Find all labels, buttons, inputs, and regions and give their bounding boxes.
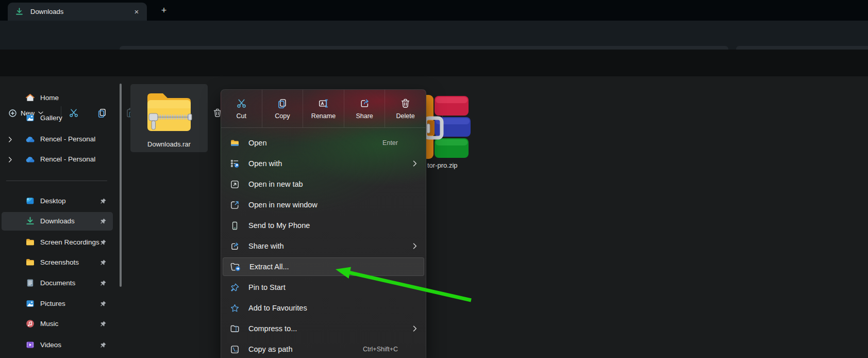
file-explorer-window: Downloads × + ← → ↑ › Downloads › New xyxy=(0,0,868,358)
context-menu-items: Open Enter Open with Open in new tab Ope… xyxy=(221,128,426,358)
quick-action-label: Cut xyxy=(237,112,246,120)
sidebar-item-videos[interactable]: Videos xyxy=(2,336,113,354)
tab-label: Downloads xyxy=(30,8,63,15)
pin-icon xyxy=(99,300,107,307)
sidebar-item-documents[interactable]: Documents xyxy=(2,274,113,292)
quick-action-label: Rename xyxy=(311,112,336,120)
home-icon xyxy=(25,93,35,103)
pin-icon xyxy=(99,320,107,328)
onedrive-icon xyxy=(25,156,35,164)
sidebar-item-gallery[interactable]: Gallery xyxy=(2,109,113,127)
sidebar-item-screen-recordings[interactable]: Screen Recordings xyxy=(2,233,113,252)
sidebar-item-onedrive-2[interactable]: Rencel - Personal xyxy=(2,150,113,169)
documents-icon xyxy=(25,278,35,288)
file-name-partial[interactable]: tor-pro.zip xyxy=(427,161,458,169)
pin-icon xyxy=(99,341,107,349)
sidebar-item-desktop[interactable]: Desktop xyxy=(2,192,113,210)
videos-icon xyxy=(25,340,35,350)
onedrive-icon xyxy=(25,136,35,143)
pin-icon xyxy=(99,259,107,266)
menu-item-add-to-favourites[interactable]: Add to Favourites xyxy=(221,298,426,318)
menu-item-open-with[interactable]: Open with xyxy=(221,153,426,174)
sidebar-item-label: Desktop xyxy=(40,192,66,210)
pin-icon xyxy=(99,218,107,225)
menu-item-pin-to-start[interactable]: Pin to Start xyxy=(221,277,426,298)
menu-item-extract-all[interactable]: Extract All... xyxy=(223,257,424,276)
sidebar-item-label: Rencel - Personal xyxy=(40,130,95,149)
sidebar-item-onedrive-1[interactable]: Rencel - Personal xyxy=(2,130,113,149)
submenu-chevron-icon xyxy=(413,243,417,249)
rename-quick-action[interactable]: Rename xyxy=(303,90,344,127)
menu-item-open-in-new-window[interactable]: Open in new window xyxy=(221,194,426,215)
shortcut-label: Ctrl+Shift+C xyxy=(363,346,398,353)
share-icon xyxy=(359,98,370,109)
share-quick-action[interactable]: Share xyxy=(344,90,386,127)
navigation-bar: ← → ↑ › Downloads › xyxy=(0,21,868,50)
menu-item-share-with[interactable]: Share with xyxy=(221,236,426,256)
quick-action-label: Share xyxy=(356,112,373,120)
folder-icon xyxy=(25,237,35,247)
downloads-icon xyxy=(15,7,24,16)
pin-icon xyxy=(230,283,240,292)
delete-quick-action[interactable]: Delete xyxy=(385,90,426,127)
copy-quick-action[interactable]: Copy xyxy=(262,90,304,127)
music-icon xyxy=(25,319,35,329)
sidebar-item-label: Home xyxy=(40,89,59,107)
tab-downloads[interactable]: Downloads × xyxy=(8,3,147,21)
downloads-icon xyxy=(25,216,35,226)
pictures-icon xyxy=(25,299,35,308)
expand-chevron-icon[interactable] xyxy=(8,137,12,142)
quick-action-label: Delete xyxy=(396,112,415,120)
menu-item-compress-to[interactable]: Compress to... xyxy=(221,318,426,339)
delete-icon xyxy=(400,98,411,109)
quick-actions-row: Cut Copy Rename Share Delete xyxy=(221,90,426,127)
share-icon xyxy=(230,241,240,251)
expand-chevron-icon[interactable] xyxy=(8,157,12,162)
sidebar-item-label: Documents xyxy=(40,274,75,292)
tab-bar: Downloads × + xyxy=(0,0,868,21)
sidebar-item-label: Downloads xyxy=(40,212,75,231)
close-tab-icon[interactable]: × xyxy=(130,6,143,18)
desktop-icon xyxy=(25,196,35,206)
command-toolbar: New Sort View Extract all ••• xyxy=(0,50,868,76)
pin-icon xyxy=(99,280,107,287)
sidebar-item-label: Music xyxy=(40,315,58,333)
zipped-folder-icon xyxy=(143,87,195,136)
sidebar-item-downloads[interactable]: Downloads xyxy=(2,212,113,231)
extract-all-icon xyxy=(230,262,241,272)
open-folder-icon xyxy=(230,138,240,148)
sidebar-item-music[interactable]: Music xyxy=(2,315,113,333)
submenu-chevron-icon xyxy=(413,326,417,332)
submenu-chevron-icon xyxy=(413,160,417,167)
sidebar-item-label: Gallery xyxy=(40,109,62,127)
menu-item-open-in-new-tab[interactable]: Open in new tab xyxy=(221,174,426,194)
gallery-icon xyxy=(25,113,35,123)
sidebar-item-screenshots[interactable]: Screenshots xyxy=(2,253,113,272)
sidebar-separator xyxy=(6,181,107,181)
sidebar-item-label: Pictures xyxy=(40,295,65,313)
copy-icon xyxy=(277,98,288,109)
sidebar-scrollbar[interactable] xyxy=(120,84,122,287)
open-in-new-window-icon xyxy=(230,200,240,210)
sidebar-item-home[interactable]: Home xyxy=(2,89,113,107)
phone-icon xyxy=(230,221,240,231)
pin-icon xyxy=(99,198,107,205)
sidebar-item-label: Rencel - Personal xyxy=(40,150,95,169)
pin-icon xyxy=(99,239,107,246)
sidebar-item-label: Screenshots xyxy=(40,253,79,272)
context-menu: Cut Copy Rename Share Delete O xyxy=(221,89,426,358)
sidebar-item-pictures[interactable]: Pictures xyxy=(2,295,113,313)
star-icon xyxy=(230,303,240,313)
file-downloads-rar[interactable]: Downloads.rar xyxy=(130,84,208,152)
menu-item-open[interactable]: Open Enter xyxy=(221,133,426,153)
rename-icon xyxy=(318,98,329,109)
file-name: Downloads.rar xyxy=(130,140,208,148)
new-tab-button[interactable]: + xyxy=(157,4,171,18)
menu-item-copy-as-path[interactable]: Copy as path Ctrl+Shift+C xyxy=(221,339,426,358)
quick-action-label: Copy xyxy=(275,112,290,120)
cut-quick-action[interactable]: Cut xyxy=(221,90,262,127)
sidebar-item-label: Videos xyxy=(40,336,61,354)
sidebar-item-label: Screen Recordings xyxy=(40,233,99,252)
shortcut-label: Enter xyxy=(382,139,398,147)
menu-item-send-to-my-phone[interactable]: Send to My Phone xyxy=(221,215,426,236)
